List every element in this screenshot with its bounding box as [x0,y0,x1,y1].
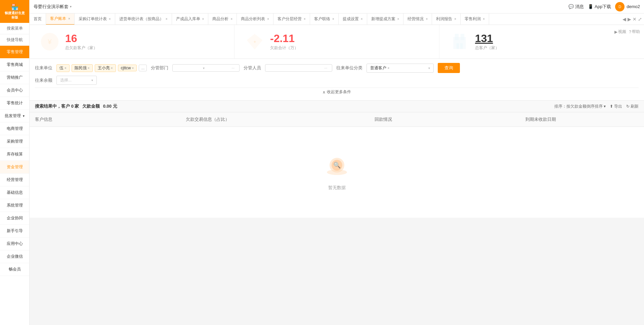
stat-total-customers: 131 总客户（家） ▶ 视频 ? 帮助 [439,25,644,59]
svg-text:🔍: 🔍 [333,161,341,169]
stat-total-debt-amount: ✦ -2.11 欠款合计（万） [234,25,439,59]
stat-info-debt-customers: 16 总欠款客户（家） [65,33,224,51]
tab-product-analysis[interactable]: 商品分析 × [208,13,237,25]
close-icon[interactable]: × [332,17,334,21]
result-bar: 搜索结果中，客户 0 家 欠款金额 0.00 元 排序：按欠款金额倒序排序 ▾ … [30,101,644,112]
next-tab-icon[interactable]: ▶ [628,16,631,22]
stat-value-debt-customers: 16 [65,33,224,44]
collapse-icon: ∧ [323,90,326,95]
user-menu[interactable]: D demo2 [615,2,640,11]
tab-home[interactable]: 首页 [30,13,46,25]
export-btn[interactable]: ⬆ 导出 [610,104,622,109]
tab-operations[interactable]: 经营情况 × [403,13,432,25]
chevron-down-icon: ▾ [428,66,430,70]
refresh-btn[interactable]: ↻ 刷新 [626,104,639,109]
message-btn[interactable]: 💬 消息 [568,4,584,10]
th-debt-info: 欠款交易信息（占比） [186,116,375,122]
collapse-filter-btn[interactable]: ∧ 收起更多条件 [35,87,639,96]
tab-product-analysis-list[interactable]: 商品分析列表 × [237,13,273,25]
clear-manager-icon[interactable]: ··· [324,66,327,70]
tab-customer-tier[interactable]: 客户分层经营 × [273,13,310,25]
filter-more-btn[interactable]: ... [139,65,147,71]
tab-new-commission-plan[interactable]: 新增提成方案 × [367,13,404,25]
prev-tab-icon[interactable]: ◀ [622,16,626,22]
tag-close-category[interactable]: × [387,66,389,70]
sidebar-item-system[interactable]: 系统管理 [0,199,29,212]
close-icon[interactable]: × [230,17,232,21]
sidebar-item-appstore[interactable]: 应用中心 [0,238,29,250]
tag-close-chenminqiang[interactable]: × [88,66,90,70]
close-icon[interactable]: × [397,17,399,21]
close-icon[interactable]: × [361,17,363,21]
svg-rect-5 [455,34,459,40]
close-all-icon[interactable]: ✕ [633,16,637,22]
maximize-icon[interactable]: ⤢ [638,16,642,22]
table-container: 客户信息 欠款交易信息（占比） 回款情况 到期未收款日期 🔍 暂无数据 [30,112,644,218]
stats-row: ¥ 16 总欠款客户（家） ✦ -2.11 欠款合计（万） [30,25,644,59]
result-info: 搜索结果中，客户 0 家 欠款金额 0.00 元 [35,103,117,109]
logo-icon: 🏪 [11,3,18,11]
close-icon[interactable]: × [304,17,306,21]
sidebar-search[interactable]: 搜索菜单 [0,23,29,34]
tab-purchase-order-stats[interactable]: 采购订单统计表 × [75,13,115,25]
tab-profit-report[interactable]: 利润报告 × [432,13,461,25]
sidebar-item-inventory[interactable]: 库存核算 [0,148,29,161]
close-icon[interactable]: × [267,17,269,21]
sidebar-item-finance[interactable]: 资金管理 [0,161,29,174]
manager-filter-select[interactable]: ··· [265,64,332,72]
refresh-icon: ↻ [626,104,630,109]
tab-commission-settings[interactable]: 提成设置 × [339,13,367,25]
company-selector[interactable]: 母婴行业演示帐套 ▾ [34,4,72,10]
sidebar-item-wechat-work[interactable]: 企业微信 [0,250,29,263]
app-download-btn[interactable]: 📱 App下载 [588,4,611,10]
sidebar-item-retail-stats[interactable]: 零售统计 [0,97,29,110]
unit-category-filter-label: 往来单位分类 [336,65,362,71]
tab-customer-ledger[interactable]: 客户账本 × [46,13,75,25]
close-icon[interactable]: × [166,17,168,21]
dept-filter-select[interactable]: ▾ ··· [172,64,240,72]
sidebar-item-retail-mall[interactable]: 零售商城 [0,59,29,71]
help-btn[interactable]: ? 帮助 [629,29,640,35]
sidebar-quick-nav[interactable]: 快捷导航 [0,34,29,46]
sidebar-item-member[interactable]: 畅会员 [0,263,29,276]
video-btn[interactable]: ▶ 视频 [614,29,626,35]
sidebar-item-member-center[interactable]: 会员中心 [0,84,29,97]
empty-text: 暂无数据 [328,185,346,191]
tag-close-wangxiaoliang[interactable]: × [111,66,113,70]
close-icon[interactable]: × [483,17,485,21]
sidebar-item-collaboration[interactable]: 企业协同 [0,212,29,225]
sidebar-item-guide[interactable]: 新手引导 [0,225,29,238]
sidebar-item-wholesale[interactable]: 批发管理 ▾ [0,110,29,122]
sidebar-item-retail-mgmt[interactable]: 零售管理 [0,46,29,59]
tab-customer-contact[interactable]: 客户联络 × [310,13,339,25]
avatar: D [615,2,625,11]
tab-goods-receipt-stats[interactable]: 进货单统计表（按商品） × [115,13,172,25]
result-actions: 排序：按欠款金额倒序排序 ▾ ⬆ 导出 ↻ 刷新 [554,104,639,109]
stat-value-debt-amount: -2.11 [270,33,429,44]
clear-dept-icon[interactable]: ··· [231,66,234,70]
sidebar-item-operations[interactable]: 经营管理 [0,174,29,186]
sidebar-item-purchase[interactable]: 采购管理 [0,135,29,148]
tab-retail-profit[interactable]: 零售利润 × [461,13,489,25]
sort-label: 排序：按欠款金额倒序排序 [554,104,603,109]
close-icon[interactable]: × [109,17,111,21]
tab-production-receipt[interactable]: 产成品入库单 × [172,13,209,25]
th-repayment: 回款情况 [375,116,525,122]
sort-select[interactable]: 排序：按欠款金额倒序排序 ▾ [554,104,606,109]
svg-rect-8 [460,43,463,49]
svg-rect-7 [457,43,459,49]
close-icon[interactable]: × [454,17,456,21]
balance-filter-select[interactable]: 选择... ▾ [56,76,97,85]
table-header: 客户信息 欠款交易信息（占比） 回款情况 到期未收款日期 [30,112,644,127]
logo-text: 畅捷通好生意 标版 [5,11,25,20]
tag-close-cjttcw[interactable]: × [132,66,134,70]
unit-category-filter-select[interactable]: 普通客户 × ▾ [367,64,434,73]
sidebar-item-marketing[interactable]: 营销推广 [0,71,29,84]
close-icon[interactable]: × [68,17,70,21]
tag-close-wu[interactable]: × [65,66,67,70]
query-button[interactable]: 查询 [438,63,460,73]
close-icon[interactable]: × [202,17,204,21]
close-icon[interactable]: × [426,17,428,21]
sidebar-item-ecommerce[interactable]: 电商管理 [0,122,29,135]
sidebar-item-basic-info[interactable]: 基础信息 [0,186,29,199]
